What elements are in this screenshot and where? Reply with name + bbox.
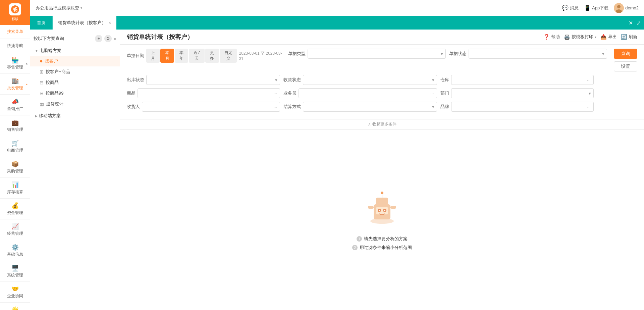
refresh-icon: 🔄: [621, 34, 627, 40]
app-subtitle: 标版: [12, 17, 18, 21]
sidebar-item-enterprise[interactable]: 🤝 企业协同: [0, 282, 30, 303]
sidebar-item-ecommerce[interactable]: 🛒 电商管理: [0, 136, 30, 157]
marketing-icon: 📣: [2, 98, 28, 105]
sidebar-item-retail[interactable]: 🏪 零售管理: [0, 53, 30, 74]
empty-state-illustration: [362, 188, 402, 228]
tab-bar-actions: ✕ ⤢: [629, 20, 644, 26]
print-button[interactable]: 🖨️ 按模板打印 ▾: [564, 34, 596, 40]
brand-label: 品牌: [440, 104, 449, 110]
download-icon: 📱: [584, 5, 591, 11]
collapse-link[interactable]: ∧ 收起更多条件: [368, 121, 396, 127]
tab-bar: 首页 销货单统计表（按客户） × ✕ ⤢: [30, 16, 644, 30]
arrow-right-icon: ▶: [35, 114, 38, 118]
svg-rect-16: [390, 206, 396, 209]
sidebar-item-purchase[interactable]: 📦 采购管理: [0, 157, 30, 178]
department-select-wrapper[interactable]: [451, 88, 594, 98]
salesperson-label: 业务员: [283, 90, 297, 96]
svg-point-3: [617, 5, 621, 8]
date-btn-custom[interactable]: 自定义: [220, 49, 237, 63]
app-download-button[interactable]: 📱 App下载: [584, 5, 608, 11]
order-status-select[interactable]: [469, 49, 607, 59]
sidebar-nav[interactable]: 快捷导航: [0, 39, 30, 53]
order-type-select[interactable]: [308, 49, 446, 59]
receipt-status-select-wrapper[interactable]: [303, 75, 437, 85]
scheme-item-customer-goods[interactable]: ⊞ 按客户+商品: [30, 66, 120, 77]
message-button[interactable]: 💬 消息: [562, 5, 579, 11]
order-status-select-wrapper[interactable]: [469, 49, 607, 59]
salesperson-dots[interactable]: ···: [430, 91, 434, 96]
goods-icon: ⊟: [40, 80, 44, 85]
warehouse-dots[interactable]: ···: [587, 78, 591, 83]
tab-active[interactable]: 销货单统计表（按客户） ×: [53, 16, 116, 30]
user-menu[interactable]: demo2: [614, 3, 639, 13]
settings-scheme-button[interactable]: ⚙: [104, 35, 112, 42]
export-button[interactable]: 📤 导出: [600, 34, 617, 40]
step-num-1: 1: [357, 236, 362, 242]
collapse-panel-button[interactable]: «: [114, 36, 116, 41]
tab-close-icon[interactable]: ×: [109, 20, 111, 25]
department-select[interactable]: [451, 88, 594, 98]
sidebar-item-operations[interactable]: 📈 经营管理: [0, 219, 30, 240]
sidebar-item-marketing[interactable]: 📣 营销推广: [0, 95, 30, 115]
sidebar-item-inventory[interactable]: 📊 库存核算: [0, 178, 30, 199]
scheme-group-mobile-title[interactable]: ▶ 移动端方案: [30, 111, 120, 121]
sidebar-item-guide[interactable]: 🌟 新手引导: [0, 303, 30, 310]
date-btn-this-month[interactable]: 本月: [160, 49, 174, 63]
top-bar-left: 办公用品行业模拟账套 ▾: [36, 5, 82, 11]
sidebar-item-wholesale[interactable]: 🏬 批发管理: [0, 74, 30, 95]
help-button[interactable]: ❓ 帮助: [543, 34, 560, 40]
top-bar: 办公用品行业模拟账套 ▾ 💬 消息 📱 App下载: [30, 0, 644, 16]
retail-icon: 🏪: [2, 56, 28, 64]
scheme-item-goods-99[interactable]: ⊟ 按商品99: [30, 88, 120, 99]
scheme-item-return-stats[interactable]: ▦ 退货统计: [30, 99, 120, 109]
filter-settings-button[interactable]: 设置: [614, 61, 637, 71]
collapse-up-icon: ∧: [368, 122, 371, 127]
scheme-item-by-customer[interactable]: ● 按客户: [30, 56, 120, 66]
add-scheme-button[interactable]: +: [95, 35, 102, 42]
scheme-group-pc-label: 电脑端方案: [40, 48, 61, 54]
scheme-item-goods-99-label: 按商品99: [46, 90, 63, 96]
settlement-select-wrapper[interactable]: [303, 102, 437, 112]
svg-point-10: [379, 210, 380, 211]
window-close-icon[interactable]: ✕: [629, 20, 633, 26]
sidebar-item-basic[interactable]: ⚙️ 基础信息: [0, 240, 30, 261]
scheme-item-by-goods-label: 按商品: [46, 80, 59, 86]
window-expand-icon[interactable]: ⤢: [636, 20, 641, 26]
settlement-select[interactable]: [303, 102, 437, 112]
scheme-group-mobile-label: 移动端方案: [39, 113, 61, 119]
finance-icon: 💰: [2, 202, 28, 209]
date-btn-more[interactable]: 更多: [205, 49, 219, 63]
empty-state-step1: 1 请先选择要分析的方案: [357, 236, 408, 242]
sidebar-item-system[interactable]: 🖥️ 系统管理: [0, 261, 30, 282]
goods-dots[interactable]: ···: [273, 91, 277, 96]
department-label: 部门: [440, 90, 449, 96]
receiver-dots[interactable]: ···: [273, 104, 277, 109]
svg-rect-15: [368, 206, 374, 209]
system-icon: 🖥️: [2, 264, 28, 272]
refresh-button[interactable]: 🔄 刷新: [621, 34, 637, 40]
scheme-group-pc-title[interactable]: ▼ 电脑端方案: [30, 46, 120, 56]
tab-home[interactable]: 首页: [30, 16, 53, 30]
goods-99-icon: ⊟: [40, 91, 44, 96]
ship-status-select-wrapper[interactable]: [146, 75, 280, 85]
scheme-item-by-goods[interactable]: ⊟ 按商品: [30, 77, 120, 88]
query-button[interactable]: 查询: [614, 49, 637, 59]
page-title: 销货单统计表（按客户）: [127, 33, 193, 41]
order-type-select-wrapper[interactable]: [308, 49, 446, 59]
industry-selector[interactable]: 办公用品行业模拟账套 ▾: [36, 5, 82, 11]
svg-point-11: [384, 210, 385, 211]
sidebar-item-sales[interactable]: 💼 销售管理: [0, 115, 30, 136]
empty-state-step1-label: 请先选择要分析的方案: [364, 236, 408, 242]
date-btn-7days[interactable]: 近7天: [189, 49, 205, 63]
brand-dots[interactable]: ···: [587, 104, 591, 109]
date-btn-last-month[interactable]: 上月: [146, 49, 160, 63]
industry-label: 办公用品行业模拟账套: [36, 5, 79, 11]
sidebar-search[interactable]: 搜索菜单: [0, 25, 30, 39]
ship-status-select[interactable]: [146, 75, 280, 85]
receipt-status-select[interactable]: [303, 75, 437, 85]
date-btn-this-year[interactable]: 本年: [175, 49, 188, 63]
basic-icon: ⚙️: [2, 244, 28, 251]
sidebar-item-finance[interactable]: 💰 资金管理: [0, 199, 30, 219]
receipt-status-label: 收款状态: [283, 77, 301, 83]
date-label: 单据日期: [127, 53, 144, 59]
